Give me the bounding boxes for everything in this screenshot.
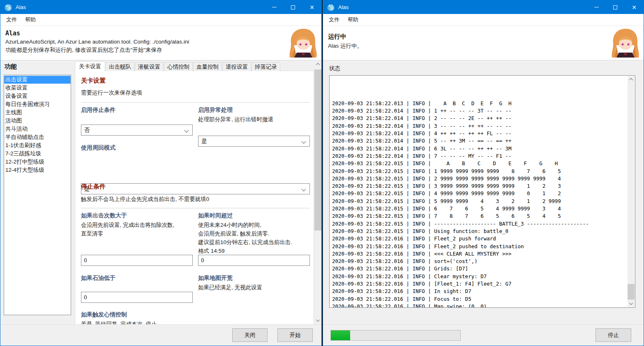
app-logo-icon bbox=[327, 3, 335, 12]
titlebar[interactable]: Alas ✕ bbox=[0, 0, 321, 14]
close-window-button[interactable]: 关闭 bbox=[232, 328, 268, 342]
if-oil-input[interactable] bbox=[81, 292, 193, 303]
if-map-clear-desc: 如果已经满足, 无视此设置 bbox=[198, 283, 262, 292]
tab[interactable]: 潜艇设置 bbox=[135, 62, 164, 71]
maximize-button[interactable] bbox=[606, 0, 625, 14]
if-count-label: 如果出击次数大于 bbox=[81, 212, 127, 219]
list-item[interactable]: 半自动辅助点击 bbox=[4, 133, 71, 141]
menu-item[interactable]: 帮助 bbox=[344, 14, 362, 25]
if-count-desc: 会沿用先前设置, 完成出击将扣除次数, 直至清零 bbox=[81, 221, 174, 238]
page-subtitle: 需要运行一次来保存选项 bbox=[81, 88, 142, 97]
enable-exception-value: 是 bbox=[201, 138, 207, 145]
close-button[interactable]: ✕ bbox=[302, 0, 321, 14]
divider bbox=[81, 208, 310, 208]
tab[interactable]: 掉落记录 bbox=[252, 62, 280, 71]
log-output[interactable]: 2020-09-03 21:58:22.013 | INFO | A B C D… bbox=[329, 75, 635, 308]
log-line: 2020-09-03 21:58:22.015 | INFO | 5 9999 … bbox=[332, 198, 627, 205]
window-config: Alas ✕ 文件帮助 Alas AzurLaneAutoScript, An … bbox=[0, 0, 322, 346]
list-item[interactable]: 设备设置 bbox=[4, 92, 71, 100]
window-running: Alas ✕ 文件帮助 运行中 Alas 运行中。 状态 2020-09-03 … bbox=[323, 0, 644, 346]
log-line: 2020-09-03 21:58:22.014 | INFO | 6 3L --… bbox=[332, 145, 627, 152]
header-description: AzurLaneAutoScript, An Azur Lane automat… bbox=[5, 39, 316, 45]
loop-mode-select[interactable]: 是 bbox=[81, 183, 310, 194]
settings-panel: 关卡设置 需要运行一次来保存选项 启用停止条件 启用异常处理 处理部分异常, 运… bbox=[75, 71, 314, 325]
if-count-input[interactable] bbox=[81, 255, 193, 266]
maximize-icon bbox=[291, 5, 295, 9]
log-line: 2020-09-03 21:58:22.015 | INFO | 1 9999 … bbox=[332, 168, 627, 175]
log-line: 2020-09-03 21:58:22.016 | INFO | Fleet_2… bbox=[332, 235, 627, 242]
sidebar-title: 功能 bbox=[5, 63, 17, 71]
enable-stop-select[interactable]: 否 bbox=[81, 125, 193, 136]
scroll-down-icon[interactable] bbox=[628, 300, 635, 307]
start-button[interactable]: 开始 bbox=[277, 328, 313, 342]
minimize-icon bbox=[272, 7, 277, 7]
log-line: 2020-09-03 21:58:22.013 | INFO | A B C D… bbox=[332, 100, 627, 107]
avatar bbox=[288, 28, 319, 58]
list-item[interactable]: 12-2打中型练级 bbox=[4, 158, 71, 166]
list-item[interactable]: 1-1伏击刷好感 bbox=[4, 141, 71, 150]
enable-exception-label: 启用异常处理 bbox=[198, 106, 233, 114]
minimize-button[interactable] bbox=[587, 0, 606, 14]
titlebar[interactable]: Alas ✕ bbox=[323, 0, 644, 14]
tab[interactable]: 出击舰队 bbox=[106, 62, 134, 71]
log-scrollbar[interactable] bbox=[628, 76, 635, 307]
maximize-button[interactable] bbox=[284, 0, 302, 14]
divider bbox=[81, 102, 310, 103]
app-name: Alas bbox=[5, 30, 316, 37]
run-status-subtitle: Alas 运行中。 bbox=[328, 42, 639, 50]
list-item[interactable]: 收菜设置 bbox=[4, 84, 71, 92]
list-item[interactable]: 出击设置 bbox=[4, 76, 71, 84]
if-time-input[interactable] bbox=[198, 255, 310, 266]
run-status-title: 运行中 bbox=[328, 33, 639, 41]
scroll-up-icon[interactable] bbox=[628, 76, 635, 83]
menu-item[interactable]: 文件 bbox=[2, 14, 21, 25]
list-item[interactable]: 共斗活动 bbox=[4, 125, 71, 133]
content-scrollbar[interactable] bbox=[314, 61, 321, 324]
scroll-up-icon[interactable] bbox=[314, 61, 321, 68]
log-line: 2020-09-03 21:58:22.016 | INFO | Focus t… bbox=[332, 295, 627, 303]
window-title: Alas bbox=[338, 4, 349, 10]
tab[interactable]: 退役设置 bbox=[222, 62, 251, 71]
list-item[interactable]: 每日任务困难演习 bbox=[4, 100, 71, 108]
menubar: 文件帮助 bbox=[323, 14, 644, 26]
list-item[interactable]: 活动图 bbox=[4, 117, 71, 125]
if-map-clear-label: 如果地图开荒 bbox=[198, 274, 233, 282]
stop-group-desc: 触发后不会马上停止会先完成当前出击, 不需要就填0 bbox=[81, 195, 209, 203]
log-line: 2020-09-03 21:58:22.016 | INFO | In sigh… bbox=[332, 288, 627, 295]
log-lines: 2020-09-03 21:58:22.013 | INFO | A B C D… bbox=[332, 77, 627, 308]
menu-item[interactable]: 帮助 bbox=[21, 14, 40, 25]
menu-item[interactable]: 文件 bbox=[325, 14, 344, 25]
enable-stop-label: 启用停止条件 bbox=[81, 106, 115, 114]
tab[interactable]: 血量控制 bbox=[193, 62, 222, 71]
log-line: 2020-09-03 21:58:22.015 | INFO | 2 9999 … bbox=[332, 175, 627, 182]
tab[interactable]: 心情控制 bbox=[164, 62, 193, 71]
window-title: Alas bbox=[16, 4, 26, 10]
scrollbar-thumb[interactable] bbox=[628, 284, 635, 300]
enable-exception-select[interactable]: 是 bbox=[198, 136, 310, 147]
if-emotion-label: 如果触发心情控制 bbox=[81, 311, 127, 318]
list-item[interactable]: 主线图 bbox=[4, 108, 71, 117]
minimize-icon bbox=[594, 7, 599, 7]
close-icon: ✕ bbox=[309, 5, 314, 10]
loop-mode-label: 使用周回模式 bbox=[81, 144, 115, 152]
menubar: 文件帮助 bbox=[0, 14, 321, 26]
minimize-button[interactable] bbox=[265, 0, 284, 14]
stop-button[interactable]: 停止 bbox=[596, 328, 631, 342]
main-area: 功能 出击设置收菜设置设备设置每日任务困难演习主线图活动图共斗活动半自动辅助点击… bbox=[0, 60, 321, 346]
log-line: 2020-09-03 21:58:22.014 | INFO | 1 ++ --… bbox=[332, 107, 627, 115]
log-line: 2020-09-03 21:58:22.016 | INFO | [Fleet_… bbox=[332, 280, 627, 288]
if-time-label: 如果时间超过 bbox=[198, 212, 233, 219]
log-line: 2020-09-03 21:58:22.016 | INFO | Fleet_2… bbox=[332, 243, 627, 250]
list-item[interactable]: 12-4打大型练级 bbox=[4, 166, 71, 174]
tab[interactable]: 关卡设置 bbox=[75, 61, 105, 72]
list-item[interactable]: 7-2三战拣垃圾 bbox=[4, 150, 71, 158]
run-bar: 停止 bbox=[323, 324, 644, 346]
progress-fill bbox=[331, 330, 350, 340]
close-button[interactable]: ✕ bbox=[625, 0, 644, 14]
scrollbar-thumb[interactable] bbox=[314, 69, 321, 231]
main-area: 状态 2020-09-03 21:58:22.013 | INFO | A B … bbox=[323, 60, 644, 346]
avatar bbox=[610, 28, 641, 58]
log-line: 2020-09-03 21:58:22.016 | INFO | Map swi… bbox=[332, 303, 627, 308]
scroll-down-icon[interactable] bbox=[314, 317, 321, 324]
page-title: 关卡设置 bbox=[81, 77, 106, 85]
